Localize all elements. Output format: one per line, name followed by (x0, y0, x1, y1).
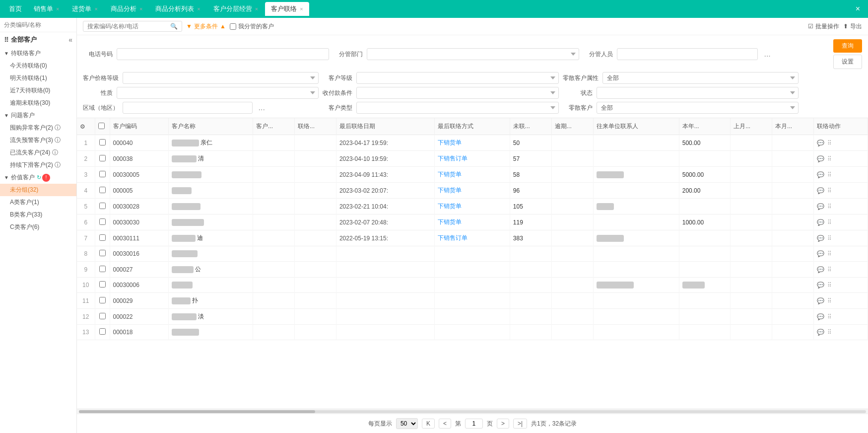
grid-action-icon[interactable]: ⠿ (827, 203, 832, 210)
my-customers-checkbox[interactable]: 我分管的客户 (230, 22, 274, 31)
tab-product-analysis[interactable]: 商品分析 × (105, 2, 148, 16)
last-method-cell[interactable]: 下销售订单 (435, 151, 510, 167)
action-icons[interactable]: 💬 ⠿ (817, 219, 865, 226)
close-all-tabs[interactable]: × (852, 4, 864, 13)
more-conditions-btn[interactable]: ▼ 更多条件 ▲ (186, 22, 226, 31)
action-icons[interactable]: 💬 ⠿ (817, 171, 865, 178)
sidebar-item-unclassified[interactable]: 未分组(32) (0, 184, 76, 196)
row-checkbox[interactable] (99, 328, 106, 335)
export-button[interactable]: ⬆ 导出 (843, 22, 862, 31)
sidebar-search-input[interactable] (4, 21, 77, 28)
cb-cell[interactable] (95, 293, 110, 309)
my-customers-check[interactable] (230, 23, 236, 30)
last-method-link[interactable]: 下销货单 (438, 139, 462, 146)
last-method-cell[interactable] (435, 278, 510, 293)
last-method-cell[interactable]: 下销货单 (435, 135, 510, 151)
action-icons[interactable]: 💬 ⠿ (817, 329, 865, 336)
last-method-link[interactable]: 下销货单 (438, 187, 462, 194)
close-tab-product-list[interactable]: × (197, 6, 200, 12)
action-icons[interactable]: 💬 ⠿ (817, 313, 865, 320)
tab-product-list[interactable]: 商品分析列表 × (149, 2, 206, 16)
action-cell[interactable]: 💬 ⠿ (813, 278, 868, 293)
sidebar-item-overdue[interactable]: 逾期未联络(30) (0, 97, 76, 109)
last-method-cell[interactable] (435, 293, 510, 309)
manager-more-btn[interactable]: ... (762, 50, 772, 59)
comment-icon[interactable]: 💬 (817, 282, 824, 289)
close-tab-sales[interactable]: × (56, 6, 59, 12)
col-contact-header[interactable]: 联络... (295, 118, 336, 135)
action-cell[interactable]: 💬 ⠿ (813, 293, 868, 309)
tab-customer-segment[interactable]: 客户分层经营 × (207, 2, 264, 16)
page-num-input[interactable] (465, 419, 483, 429)
action-icons[interactable]: 💬 ⠿ (817, 297, 865, 304)
row-checkbox[interactable] (99, 266, 106, 272)
comment-icon[interactable]: 💬 (817, 313, 824, 320)
grid-action-icon[interactable]: ⠿ (827, 140, 832, 146)
sidebar-item-7days[interactable]: 近7天待联络(0) (0, 84, 76, 97)
sidebar-item-tomorrow[interactable]: 明天待联络(1) (0, 72, 76, 84)
sidebar-group-value[interactable]: ▼ 价值客户 ↻ ! (0, 171, 76, 184)
close-tab-segment[interactable]: × (255, 6, 258, 12)
col-checkbox[interactable] (95, 118, 110, 135)
manager-input[interactable] (617, 48, 758, 60)
cb-cell[interactable] (95, 230, 110, 246)
comment-icon[interactable]: 💬 (817, 140, 824, 146)
last-method-cell[interactable]: 下销货单 (435, 183, 510, 199)
sidebar-item-declining[interactable]: 持续下滑客户(2) ⓘ (0, 159, 76, 171)
comment-icon[interactable]: 💬 (817, 235, 824, 242)
row-checkbox[interactable] (99, 281, 106, 288)
search-input[interactable] (87, 23, 170, 30)
comment-icon[interactable]: 💬 (817, 219, 824, 226)
action-cell[interactable]: 💬 ⠿ (813, 135, 868, 151)
action-icons[interactable]: 💬 ⠿ (817, 155, 865, 162)
last-method-cell[interactable]: 下销售订单 (435, 230, 510, 246)
last-page-btn[interactable]: >| (513, 419, 527, 429)
col-last-method-header[interactable]: 最后联络方式 (435, 118, 510, 135)
region-more-btn[interactable]: ... (257, 103, 267, 112)
col-last-date-header[interactable]: 最后联络日期 (336, 118, 434, 135)
cb-cell[interactable] (95, 215, 110, 230)
close-tab-purchase[interactable]: × (94, 6, 97, 12)
row-checkbox[interactable] (99, 139, 106, 145)
cust-type-select[interactable] (356, 102, 558, 114)
batch-op-button[interactable]: ☑ 批量操作 (808, 22, 839, 31)
payment-select[interactable] (356, 87, 558, 99)
last-method-link[interactable]: 下销货单 (438, 203, 462, 210)
comment-icon[interactable]: 💬 (817, 250, 824, 257)
col-last-month-header[interactable]: 上月... (731, 118, 772, 135)
action-cell[interactable]: 💬 ⠿ (813, 151, 868, 167)
action-icons[interactable]: 💬 ⠿ (817, 282, 865, 289)
cust-level-select[interactable] (356, 72, 558, 84)
settings-icon[interactable]: ⚙ (80, 123, 85, 130)
select-all-checkbox[interactable] (98, 123, 105, 129)
horizontal-scrollbar[interactable] (77, 409, 868, 414)
row-checkbox[interactable] (99, 313, 106, 319)
prev-page-btn[interactable]: < (439, 419, 451, 429)
action-cell[interactable]: 💬 ⠿ (813, 215, 868, 230)
search-box[interactable]: 🔍 (83, 21, 182, 32)
cb-cell[interactable] (95, 135, 110, 151)
sidebar-group-pending[interactable]: ▼ 待联络客户 (0, 47, 76, 60)
action-icons[interactable]: 💬 ⠿ (817, 140, 865, 146)
col-this-year-header[interactable]: 本年... (679, 118, 731, 135)
tab-sales-order[interactable]: 销售单 × (28, 2, 65, 16)
comment-icon[interactable]: 💬 (817, 155, 824, 162)
col-this-month-header[interactable]: 本月... (772, 118, 814, 135)
last-method-cell[interactable]: 下销货单 (435, 199, 510, 215)
comment-icon[interactable]: 💬 (817, 329, 824, 336)
scrollbar-thumb[interactable] (79, 410, 315, 413)
price-level-select[interactable] (123, 72, 319, 84)
action-cell[interactable]: 💬 ⠿ (813, 262, 868, 278)
grid-action-icon[interactable]: ⠿ (827, 187, 832, 194)
sidebar-item-churn-warning[interactable]: 流失预警客户(3) ⓘ (0, 134, 76, 146)
cb-cell[interactable] (95, 199, 110, 215)
row-checkbox[interactable] (99, 234, 106, 241)
row-checkbox[interactable] (99, 250, 106, 256)
grid-action-icon[interactable]: ⠿ (827, 171, 832, 178)
sidebar-item-today[interactable]: 今天待联络(0) (0, 60, 76, 72)
action-cell[interactable]: 💬 ⠿ (813, 199, 868, 215)
grid-action-icon[interactable]: ⠿ (827, 313, 832, 320)
nature-select[interactable] (117, 87, 319, 99)
grid-action-icon[interactable]: ⠿ (827, 235, 832, 242)
page-size-select[interactable]: 50 (396, 418, 418, 429)
